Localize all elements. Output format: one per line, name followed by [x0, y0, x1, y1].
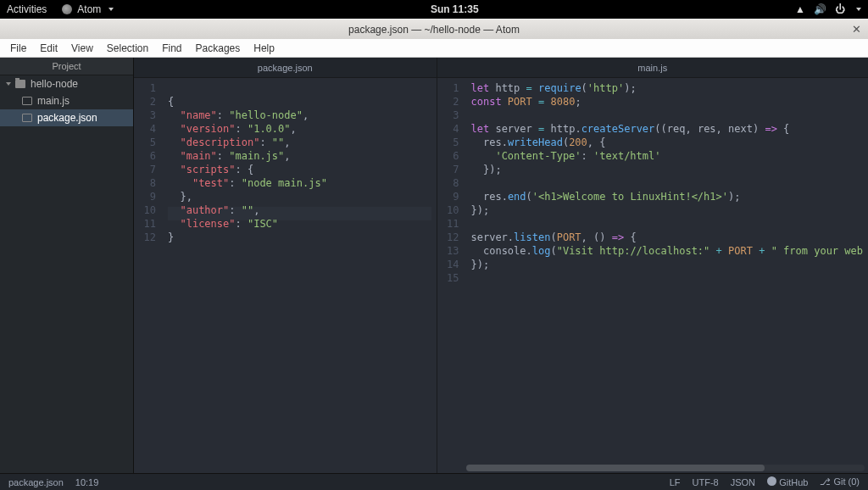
editor-pane-right: main.js 123456789101112131415 let http =… — [437, 58, 869, 473]
status-cursor[interactable]: 10:19 — [75, 477, 99, 487]
tree-file[interactable]: package.json — [0, 109, 133, 126]
statusbar: package.json 10:19 LF UTF-8 JSON GitHub … — [0, 473, 868, 490]
menu-item-view[interactable]: View — [64, 41, 100, 56]
folder-icon — [15, 80, 25, 88]
activities-button[interactable]: Activities — [7, 3, 47, 15]
menu-item-edit[interactable]: Edit — [33, 41, 64, 56]
file-label: main.js — [37, 95, 70, 107]
status-git[interactable]: Git (0) — [820, 476, 860, 487]
menu-item-find[interactable]: Find — [155, 41, 188, 56]
desktop-topbar: Activities Atom Sun 11:35 ▲ 🔊 ⏻ — [0, 0, 868, 19]
status-encoding[interactable]: UTF-8 — [693, 477, 719, 487]
file-icon — [22, 97, 32, 105]
window-title: package.json — ~/hello-node — Atom — [348, 24, 520, 36]
status-github[interactable]: GitHub — [767, 476, 808, 487]
menubar: FileEditViewSelectionFindPackagesHelp — [0, 39, 868, 58]
editor-left[interactable]: 123456789101112 { "name": "hello-node", … — [134, 78, 437, 473]
project-tree-header: Project — [0, 58, 133, 75]
menu-item-help[interactable]: Help — [247, 41, 281, 56]
workspace: Project hello-node main.jspackage.json p… — [0, 58, 868, 473]
tab-right[interactable]: main.js — [437, 58, 869, 78]
caret-down-icon — [6, 82, 11, 86]
project-tree: Project hello-node main.jspackage.json — [0, 58, 134, 473]
editor-right[interactable]: 123456789101112131415 let http = require… — [437, 78, 869, 473]
tree-folder-root[interactable]: hello-node — [0, 75, 133, 92]
app-menu-label[interactable]: Atom — [77, 3, 101, 15]
github-icon — [767, 476, 776, 486]
status-filename[interactable]: package.json — [8, 477, 64, 487]
status-eol[interactable]: LF — [670, 477, 681, 487]
clock[interactable]: Sun 11:35 — [114, 3, 795, 15]
scrollbar-thumb[interactable] — [466, 465, 765, 471]
tab-left[interactable]: package.json — [134, 58, 437, 78]
editor-pane-left: package.json 123456789101112 { "name": "… — [134, 58, 437, 473]
atom-app-icon — [62, 4, 72, 14]
editor-panes: package.json 123456789101112 { "name": "… — [134, 58, 868, 473]
menu-item-packages[interactable]: Packages — [189, 41, 248, 56]
window-titlebar[interactable]: package.json — ~/hello-node — Atom ✕ — [0, 19, 868, 39]
network-icon[interactable]: ▲ — [795, 3, 805, 15]
tree-file[interactable]: main.js — [0, 92, 133, 109]
folder-label: hello-node — [31, 78, 78, 90]
chevron-down-icon — [856, 8, 861, 11]
menu-item-file[interactable]: File — [3, 41, 33, 56]
menu-item-selection[interactable]: Selection — [100, 41, 155, 56]
status-grammar[interactable]: JSON — [731, 477, 755, 487]
file-icon — [22, 114, 32, 122]
horizontal-scrollbar[interactable] — [466, 465, 865, 471]
volume-icon[interactable]: 🔊 — [814, 3, 826, 15]
power-icon[interactable]: ⏻ — [835, 3, 845, 15]
close-icon[interactable]: ✕ — [852, 23, 861, 36]
file-label: package.json — [37, 112, 97, 124]
